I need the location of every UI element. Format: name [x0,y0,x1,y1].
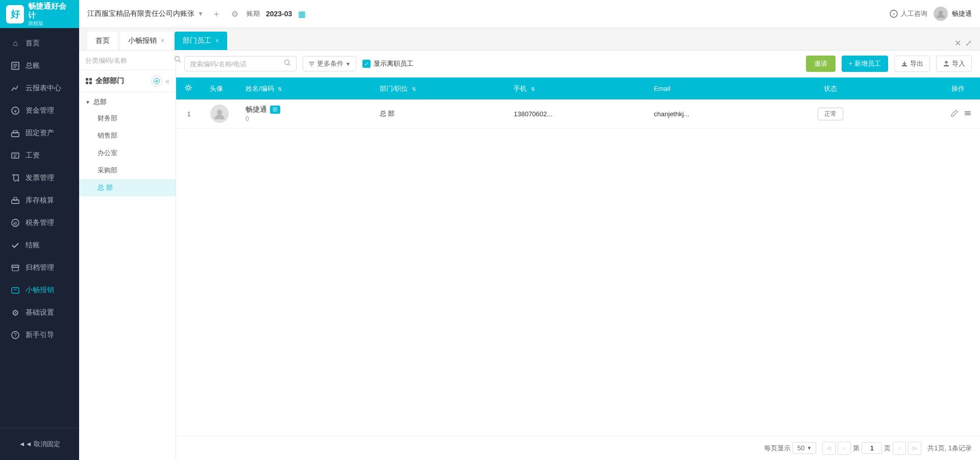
dept-item-general[interactable]: 总 部 [79,179,176,196]
sidebar-item-archive-label: 归档管理 [26,263,54,272]
add-employee-button[interactable]: + 新增员工 [842,56,888,72]
sidebar-item-salary[interactable]: 工资 [0,144,79,167]
dept-item-purchase[interactable]: 采购部 [79,162,176,179]
add-company-icon[interactable]: ＋ [210,6,223,22]
reports-icon [10,83,20,93]
sidebar-item-inventory-label: 库存核算 [26,196,54,205]
add-dept-icon[interactable] [151,75,162,87]
search-icon[interactable] [284,59,291,68]
edit-button[interactable] [950,109,959,119]
col-name-code[interactable]: 姓名/编码 ⇅ [237,78,372,99]
more-button[interactable] [964,109,972,119]
page-size-dropdown[interactable]: 50 ▼ [793,442,816,454]
sidebar-item-invoice[interactable]: 发票管理 [0,167,79,189]
sidebar-item-ledger[interactable]: 总账 [0,55,79,77]
import-button[interactable]: 导入 [936,56,972,72]
per-page-chevron-icon: ▼ [806,445,812,451]
export-label: 导出 [910,59,923,68]
sidebar-item-closing[interactable]: 结账 [0,234,79,257]
col-settings[interactable] [176,78,202,99]
dept-group-zongbu: ▼ 总部 [79,94,176,110]
show-resigned-checkbox[interactable]: ✓ [362,60,371,68]
emp-code: 0 [246,115,363,122]
unfix-button[interactable]: ◄◄ 取消固定 [0,435,79,454]
sidebar-item-settings[interactable]: ⚙ 基础设置 [0,301,79,324]
tabs-actions: ✕ ⤢ [954,38,972,50]
emp-name: 畅捷通 部 [246,105,363,114]
sidebar-item-archive[interactable]: 归档管理 [0,257,79,279]
last-page-button[interactable]: ⊳ [908,442,921,455]
dept-item-finance[interactable]: 财务部 [79,110,176,127]
sidebar-item-inventory[interactable]: 库存核算 [0,189,79,212]
collapse-icon[interactable]: « [165,77,169,85]
svg-rect-28 [86,82,88,84]
calendar-icon[interactable]: ▦ [298,9,306,19]
guide-icon: ? [10,330,20,340]
sort-dept-icon: ⇅ [412,86,416,92]
sidebar-item-assets[interactable]: 固定资产 [0,122,79,144]
page-number-input[interactable] [862,442,882,454]
svg-rect-26 [86,78,88,81]
all-dept-text: 全部部门 [95,76,124,86]
tab-expense[interactable]: 小畅报销 × [120,32,173,50]
tab-close-all-icon[interactable]: ✕ [954,38,961,48]
col-dept-position[interactable]: 部门/职位 ⇅ [372,78,506,99]
dept-item-sales[interactable]: 销售部 [79,127,176,144]
svg-text:¥: ¥ [13,109,17,114]
dept-tree-icons: « [151,75,169,87]
sort-name-icon: ⇅ [278,86,282,92]
prev-page-button[interactable]: ‹ [838,442,851,455]
app-name: 畅捷通好会计 [28,2,73,20]
row-actions [884,99,980,129]
show-resigned-toggle[interactable]: ✓ 显示离职员工 [362,59,413,68]
help-button[interactable]: ? 人工咨询 [890,9,927,18]
tab-department-close-icon[interactable]: × [215,37,219,44]
employee-search-input[interactable] [190,60,281,68]
svg-rect-38 [902,65,907,66]
dept-item-office[interactable]: 办公室 [79,144,176,162]
tab-department[interactable]: 部门员工 × [175,32,227,50]
finance-icon: ¥ [10,106,20,116]
sidebar-item-expense[interactable]: 小畅报销 [0,279,79,301]
topbar: 江西服宝精品有限责任公司内账张 ▼ ＋ ⚙ 账期 2023-03 ▦ ? 人工咨… [79,0,980,28]
sidebar-item-tax[interactable]: 税 税务管理 [0,212,79,234]
app-edition: 旗舰版 [28,20,73,27]
user-name: 畅捷通 [952,9,972,18]
tab-home[interactable]: 首页 [87,32,118,50]
sidebar-item-reports[interactable]: 云报表中心 [0,77,79,99]
company-selector[interactable]: 江西服宝精品有限责任公司内账张 ▼ [87,9,204,18]
left-panel: 全部部门 « ▼ 总部 财务部 销售部 [79,50,176,460]
dept-purchase-label: 采购部 [97,166,117,174]
row-email: chanjethkj... [646,99,777,129]
archive-icon [10,263,20,273]
dept-finance-label: 财务部 [97,114,117,122]
user-menu[interactable]: 畅捷通 [934,7,972,21]
sidebar-item-guide[interactable]: ? 新手引导 [0,324,79,346]
dept-office-label: 办公室 [97,149,117,157]
svg-line-34 [289,64,291,66]
sidebar-item-tax-label: 税务管理 [26,218,54,227]
page-nav: ⊲ ‹ 第 页 › ⊳ [822,442,921,455]
sidebar-item-assets-label: 固定资产 [26,129,54,138]
col-phone[interactable]: 手机 ⇅ [505,78,646,99]
company-settings-icon[interactable]: ⚙ [229,7,240,21]
dept-tree-header: 全部部门 « [79,70,176,92]
tab-expand-icon[interactable]: ⤢ [965,38,972,48]
show-resigned-label: 显示离职员工 [374,59,413,68]
sort-phone-icon: ⇅ [531,86,535,92]
sidebar-item-home[interactable]: ⌂ 首页 [0,32,79,55]
dept-search-input[interactable] [85,57,171,64]
tab-department-label: 部门员工 [183,36,211,45]
table-row: 1 畅捷通 部 [176,99,980,129]
page-content: 全部部门 « ▼ 总部 财务部 销售部 [79,50,980,460]
filter-button[interactable]: 更多条件 ▼ [303,56,356,71]
next-page-button[interactable]: › [893,442,906,455]
filter-label: 更多条件 [317,59,344,68]
first-page-button[interactable]: ⊲ [822,442,836,455]
tab-expense-close-icon[interactable]: × [161,37,164,44]
employee-table-container: 头像 姓名/编码 ⇅ 部门/职位 ⇅ 手机 [176,78,980,436]
export-button[interactable]: 导出 [894,56,930,72]
sidebar-item-finance[interactable]: ¥ 资金管理 [0,99,79,122]
per-page-value: 50 [797,444,804,452]
invite-button[interactable]: 邀请 [806,56,836,72]
